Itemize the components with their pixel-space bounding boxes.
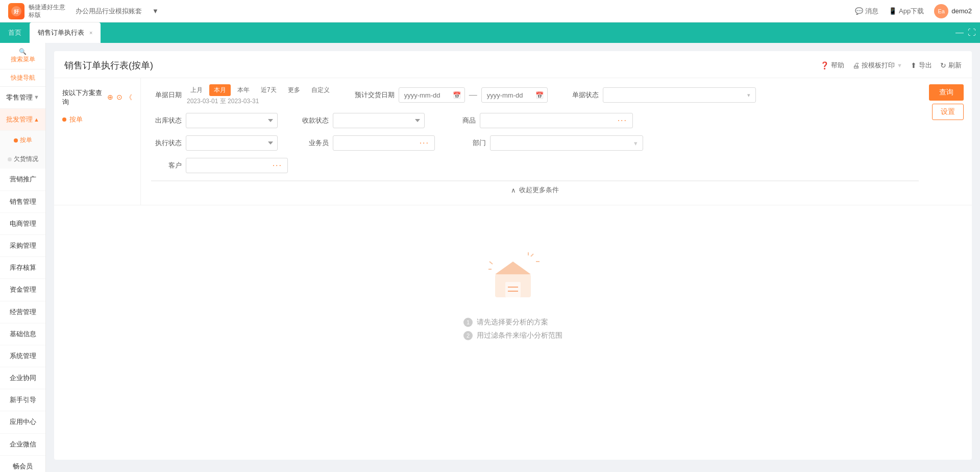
- user-avatar: Ea: [934, 4, 948, 18]
- add-scheme-button[interactable]: ⊕: [107, 93, 113, 102]
- page-actions: ❓ 帮助 🖨 按模板打印 ▼ ⬆ 导出 ↻ 刷新: [820, 61, 962, 70]
- tab-sales-order[interactable]: 销售订单执行表 ×: [30, 22, 101, 43]
- main-content: 销售订单执行表(按单) ❓ 帮助 🖨 按模板打印 ▼ ⬆ 导出 ↻ 刷新: [46, 43, 980, 472]
- app-logo: 好: [8, 3, 24, 19]
- tab-home[interactable]: 首页: [0, 22, 30, 43]
- breadcrumb-arrow[interactable]: ▼: [152, 7, 159, 15]
- sidebar-item-operations[interactable]: 经营管理: [0, 301, 45, 323]
- sidebar-item-retail[interactable]: 零售管理 ▼: [0, 87, 45, 109]
- empty-tip-1: 1 请先选择要分析的方案: [463, 318, 562, 327]
- sidebar-item-purchase[interactable]: 采购管理: [0, 235, 45, 257]
- sidebar-item-wechat[interactable]: 企业微信: [0, 434, 45, 456]
- exec-status-select[interactable]: [186, 135, 278, 151]
- filter-sidebar-icons: ⊕ ⊙ 《: [107, 93, 132, 102]
- sidebar-sub-item-shortage[interactable]: 欠货情况: [0, 150, 45, 169]
- sidebar-item-member[interactable]: 畅会员: [0, 456, 45, 472]
- filter-field-dept: 部门 ▾: [455, 135, 919, 151]
- sidebar-item-app-center[interactable]: 应用中心: [0, 411, 45, 433]
- outbound-status-select[interactable]: [186, 113, 278, 128]
- period-7days[interactable]: 近7天: [256, 84, 281, 96]
- filter-sidebar: 按以下方案查询 ⊕ ⊙ 《 按单: [54, 78, 141, 205]
- breadcrumb: 办公用品行业模拟账套: [76, 7, 142, 16]
- scheme-dot: [62, 117, 66, 122]
- filter-form-area: 单据日期 上月 本月 本年 近7天 更多 自定义: [141, 78, 972, 205]
- edit-scheme-button[interactable]: ⊙: [116, 93, 122, 102]
- collapse-sidebar-button[interactable]: 《: [126, 93, 132, 102]
- settings-button[interactable]: 设置: [932, 104, 964, 120]
- payment-status-select[interactable]: [333, 113, 425, 128]
- filter-field-customer: 客户 ···: [151, 158, 288, 173]
- filter-row-4: 客户 ···: [151, 158, 919, 173]
- dept-label: 部门: [455, 138, 486, 148]
- period-more[interactable]: 更多: [283, 84, 305, 96]
- date-label: 单据日期: [151, 90, 182, 100]
- sidebar-sub-section: 按单 欠货情况: [0, 131, 45, 169]
- filter-panel: 按以下方案查询 ⊕ ⊙ 《 按单: [54, 78, 972, 205]
- filter-field-salesman: 业务员 ···: [298, 135, 435, 151]
- tip-number-1: 1: [463, 318, 473, 327]
- empty-illustration: [482, 246, 544, 308]
- sidebar-item-inventory[interactable]: 库存核算: [0, 257, 45, 279]
- salesman-label: 业务员: [298, 138, 329, 148]
- period-custom[interactable]: 自定义: [307, 84, 334, 96]
- empty-state: 1 请先选择要分析的方案 2 用过滤条件来缩小分析范围: [54, 205, 972, 381]
- calendar-start-icon: 📅: [453, 91, 461, 99]
- sidebar-item-sales[interactable]: 销售管理: [0, 191, 45, 213]
- commodity-input[interactable]: ···: [480, 113, 633, 128]
- filter-field-expected-date: 预计交货日期 📅 — 📅: [355, 87, 548, 103]
- message-icon: 💬: [855, 7, 863, 15]
- export-button[interactable]: ⬆ 导出: [911, 61, 932, 70]
- sidebar-item-ecommerce[interactable]: 电商管理: [0, 213, 45, 235]
- sidebar-item-marketing[interactable]: 营销推广: [0, 169, 45, 191]
- query-button[interactable]: 查询: [929, 84, 964, 101]
- scheme-item-single[interactable]: 按单: [54, 111, 140, 128]
- status-dropdown-arrow: ▾: [747, 92, 750, 99]
- page-header: 销售订单执行表(按单) ❓ 帮助 🖨 按模板打印 ▼ ⬆ 导出 ↻ 刷新: [54, 51, 972, 78]
- customer-input[interactable]: ···: [186, 158, 288, 173]
- filter-field-outbound: 出库状态: [151, 113, 278, 128]
- filter-field-exec-status: 执行状态: [151, 135, 278, 151]
- refresh-button[interactable]: ↻ 刷新: [940, 61, 962, 70]
- tab-maximize-icon[interactable]: ⛶: [968, 28, 976, 37]
- commodity-label: 商品: [445, 116, 476, 125]
- sidebar-item-finance[interactable]: 资金管理: [0, 279, 45, 301]
- date-range-inputs: 📅 — 📅: [399, 87, 548, 103]
- filter-sidebar-header: 按以下方案查询 ⊕ ⊙ 《: [54, 84, 140, 111]
- sidebar-item-enterprise[interactable]: 企业协同: [0, 367, 45, 389]
- tab-minimize-icon[interactable]: —: [955, 28, 964, 37]
- period-current-year[interactable]: 本年: [233, 84, 254, 96]
- sidebar: 🔍 搜索菜单 快捷导航 零售管理 ▼ 批发管理 ▲ 按单 欠货情况 营销推广 销…: [0, 43, 46, 472]
- help-button[interactable]: ❓ 帮助: [820, 61, 844, 70]
- collapse-more-conditions[interactable]: ∧ 收起更多条件: [151, 181, 919, 199]
- sidebar-item-wholesale[interactable]: 批发管理 ▲: [0, 109, 45, 131]
- svg-line-10: [489, 262, 493, 264]
- sidebar-sub-item-single[interactable]: 按单: [0, 131, 45, 150]
- customer-ellipsis: ···: [273, 161, 282, 170]
- sidebar-search[interactable]: 🔍 搜索菜单: [0, 43, 45, 69]
- tab-close-icon[interactable]: ×: [89, 30, 92, 36]
- salesman-input[interactable]: ···: [333, 135, 435, 151]
- period-last-month[interactable]: 上月: [186, 84, 207, 96]
- message-button[interactable]: 💬 消息: [855, 7, 878, 16]
- dept-select[interactable]: ▾: [490, 135, 643, 151]
- tab-bar-actions: — ⛶: [955, 28, 980, 37]
- quick-nav-label: 快捷导航: [11, 74, 35, 81]
- period-current-month[interactable]: 本月: [209, 84, 231, 96]
- filter-field-order-status: 单据状态 ▾: [568, 87, 919, 103]
- filter-row-2: 出库状态 收款状态 商品: [151, 113, 919, 128]
- print-button[interactable]: 🖨 按模板打印 ▼: [852, 61, 902, 70]
- sidebar-quick-nav[interactable]: 快捷导航: [0, 69, 45, 87]
- sidebar-item-system[interactable]: 系统管理: [0, 345, 45, 367]
- filter-right-actions: 查询 设置: [929, 78, 972, 205]
- app-download-button[interactable]: 📱 App下载: [889, 7, 924, 16]
- tip-number-2: 2: [463, 331, 473, 340]
- order-status-select[interactable]: ▾: [603, 87, 756, 103]
- sidebar-item-basic[interactable]: 基础信息: [0, 323, 45, 345]
- user-info[interactable]: Ea demo2: [934, 4, 972, 18]
- empty-tips: 1 请先选择要分析的方案 2 用过滤条件来缩小分析范围: [463, 318, 562, 340]
- outbound-label: 出库状态: [151, 116, 182, 125]
- search-icon: 🔍: [19, 48, 27, 55]
- calendar-end-icon: 📅: [535, 91, 544, 99]
- sidebar-item-newbie[interactable]: 新手引导: [0, 389, 45, 411]
- filter-sidebar-title: 按以下方案查询: [62, 88, 107, 107]
